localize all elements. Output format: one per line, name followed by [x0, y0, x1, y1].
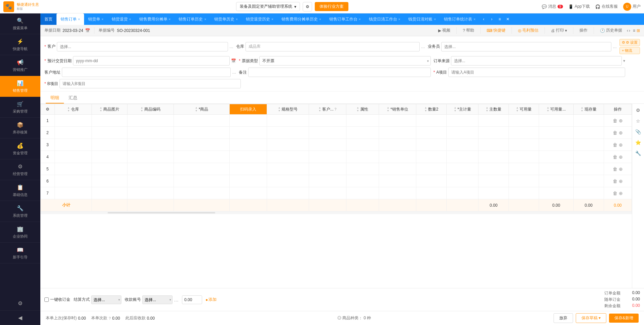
- tab-sales-return-history[interactable]: 销货单历史 ×: [210, 13, 242, 25]
- add-link[interactable]: ● 添加: [205, 297, 217, 302]
- tab-sales-return[interactable]: 销货单 ×: [84, 13, 108, 25]
- sidebar-item-purchase[interactable]: 🛒 采购管理: [0, 97, 40, 118]
- one-click-checkbox-input[interactable]: [44, 297, 49, 302]
- row4-copy-btn[interactable]: ⊕: [618, 154, 623, 160]
- cust-sort[interactable]: ▲▼: [318, 106, 321, 112]
- system-selector[interactable]: 装备及固定资产辅助管理系统 ▾: [236, 2, 300, 11]
- customer-input[interactable]: [57, 42, 228, 51]
- sidebar-item-enterprise[interactable]: 🏢 企业协同: [0, 222, 40, 243]
- sidebar-item-quick-nav[interactable]: ⚡ 快捷导航: [0, 34, 40, 55]
- main-qty-sort[interactable]: ▲▼: [486, 106, 488, 112]
- nav-next-icon[interactable]: ›: [629, 28, 630, 33]
- table-scroll-thumb[interactable]: [108, 212, 215, 213]
- tab-sales-order[interactable]: 销售订单 ×: [56, 13, 84, 25]
- row3-copy-btn[interactable]: ⊕: [618, 142, 623, 148]
- sidebar-item-guide[interactable]: 📖 新手引导: [0, 243, 40, 263]
- tab-close-sales-refund[interactable]: ×: [129, 17, 131, 21]
- list-view-icon[interactable]: ≡: [633, 28, 635, 33]
- rp-btn-2[interactable]: ☆: [633, 116, 643, 126]
- date-value[interactable]: 2023-03-24: [63, 28, 83, 33]
- user-menu[interactable]: U 用户: [623, 3, 641, 11]
- app-download-btn[interactable]: 📱 App下载: [568, 4, 590, 9]
- th-gear-icon[interactable]: ⚙: [46, 107, 49, 112]
- tab-close-sales-return[interactable]: ×: [102, 17, 104, 21]
- tab-cashflow-daily[interactable]: 钱货日清工作台 ×: [365, 13, 405, 25]
- b-project-input[interactable]: [60, 79, 241, 88]
- spec-sort[interactable]: ▲▼: [278, 106, 280, 112]
- operations-btn[interactable]: 操作: [577, 27, 590, 34]
- sidebar-item-search[interactable]: 🔍 搜索菜单: [0, 13, 40, 34]
- code-sort[interactable]: ▲▼: [141, 106, 143, 112]
- rp-btn-3[interactable]: 📎: [633, 127, 643, 137]
- settings-icon[interactable]: ⚙: [303, 2, 312, 11]
- tab-close-sales-stats[interactable]: ×: [473, 17, 476, 21]
- warehouse-more-icon[interactable]: …: [421, 44, 425, 49]
- stock-sort[interactable]: ▲▼: [581, 106, 583, 112]
- discard-button[interactable]: 放弃: [554, 313, 573, 323]
- main-unit-sort[interactable]: ▲▼: [454, 106, 456, 112]
- row5-delete-btn[interactable]: 🗑: [612, 166, 618, 172]
- qty2-sort[interactable]: ▲▼: [424, 106, 427, 112]
- help-btn[interactable]: ? 帮助: [461, 27, 476, 34]
- salesperson-input[interactable]: [441, 42, 611, 51]
- cust-help-icon[interactable]: ?: [335, 108, 337, 111]
- row5-copy-btn[interactable]: ⊕: [618, 166, 623, 172]
- nav-prev-icon[interactable]: ‹: [627, 28, 628, 33]
- sidebar-item-marketing[interactable]: 📢 营销推广: [0, 55, 40, 76]
- goods-count-icon[interactable]: ◎: [337, 316, 341, 320]
- row1-copy-btn[interactable]: ⊕: [618, 118, 623, 123]
- detail-tab-detail[interactable]: 明细: [46, 93, 64, 104]
- save-draft-button[interactable]: 保存草稿 ▾: [576, 313, 606, 323]
- tab-sales-refund[interactable]: 销货退货 ×: [108, 13, 135, 25]
- delivery-date-input[interactable]: [73, 56, 230, 66]
- tab-next-btn[interactable]: ›: [488, 13, 496, 25]
- save-new-button[interactable]: 保存&新增: [609, 314, 639, 323]
- tab-close-cashflow-daily[interactable]: ×: [399, 17, 401, 21]
- tab-sales-refund-history[interactable]: 销货退货历史 ×: [242, 13, 277, 25]
- row6-delete-btn[interactable]: 🗑: [612, 178, 618, 184]
- addr-more-icon[interactable]: …: [232, 70, 236, 75]
- account-select[interactable]: 选择...: [142, 295, 173, 304]
- warehouse-sort[interactable]: ▲▼: [67, 106, 70, 112]
- tab-close-sales-return-history[interactable]: ×: [236, 17, 238, 21]
- one-click-payment-checkbox[interactable]: 一键收订金: [44, 297, 70, 302]
- tab-close-sales-fee-history[interactable]: ×: [319, 17, 321, 21]
- tab-close-sales-fee[interactable]: ×: [169, 17, 171, 21]
- a-project-input[interactable]: [448, 68, 625, 77]
- remark-input[interactable]: [248, 68, 430, 77]
- view-video-btn[interactable]: ▶ 视频: [436, 27, 452, 34]
- sidebar-settings-btn[interactable]: ⚙: [0, 296, 40, 311]
- avail-sort[interactable]: ▲▼: [516, 106, 519, 112]
- warehouse-input[interactable]: [245, 42, 420, 51]
- delivery-cal-icon[interactable]: 📅: [231, 58, 236, 63]
- sidebar-item-operations[interactable]: ⚙ 经营管理: [0, 159, 40, 180]
- table-scrollbar[interactable]: [40, 211, 632, 214]
- settings-btn[interactable]: ⚙ ⚙ 设置: [619, 39, 640, 46]
- current-due-help-icon[interactable]: ?: [109, 316, 111, 320]
- sidebar-item-inventory[interactable]: 📦 库存核算: [0, 118, 40, 138]
- goods-sort[interactable]: ▲▼: [195, 106, 198, 112]
- sidebar-item-sales[interactable]: 📊 销售管理: [0, 76, 40, 97]
- order-source-input[interactable]: [451, 56, 622, 66]
- row7-copy-btn[interactable]: ⊕: [618, 191, 623, 196]
- detail-tab-summary[interactable]: 汇总: [64, 93, 82, 104]
- grid-view-icon[interactable]: ⊞: [637, 28, 640, 33]
- row6-copy-btn[interactable]: ⊕: [618, 178, 623, 184]
- tab-cashflow-reconcile[interactable]: 钱货日清对账 ×: [404, 13, 440, 25]
- order-source-chevron-icon[interactable]: ▾: [623, 58, 625, 63]
- row2-delete-btn[interactable]: 🗑: [612, 130, 618, 135]
- row3-delete-btn[interactable]: 🗑: [612, 142, 618, 148]
- tab-close-all-btn[interactable]: ✕: [504, 13, 512, 25]
- online-service-btn[interactable]: 🎧 在线客服: [595, 4, 618, 9]
- payment-method-select[interactable]: 选择...: [91, 295, 121, 304]
- print-btn[interactable]: 🖨 打印 ▾: [549, 27, 569, 34]
- tab-close-sales-order[interactable]: ×: [78, 17, 80, 21]
- tab-sales-fee-history[interactable]: 销售费用分摊单历史 ×: [277, 13, 325, 25]
- sidebar-item-system[interactable]: 🔧 系统管理: [0, 201, 40, 222]
- tab-close-sales-order-history[interactable]: ×: [204, 17, 206, 21]
- profit-btn[interactable]: ◎ 毛利预估: [516, 27, 540, 34]
- attr-sort[interactable]: ▲▼: [356, 106, 359, 112]
- sidebar-item-finance[interactable]: 💰 资金管理: [0, 138, 40, 159]
- tab-close-sales-refund-history[interactable]: ×: [271, 17, 273, 21]
- salesperson-more-icon[interactable]: …: [613, 44, 617, 49]
